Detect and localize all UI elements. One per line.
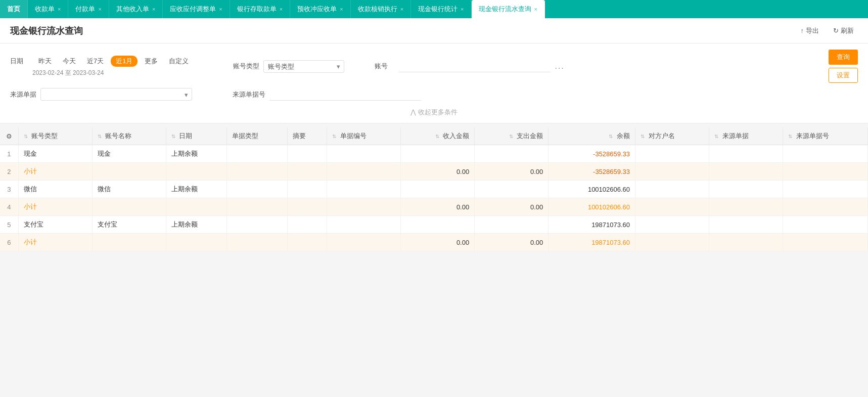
col-income: ⇅ 收入金额 <box>401 127 475 145</box>
income-cell <box>401 216 475 234</box>
expense-cell <box>475 181 549 198</box>
close-icon-receipt[interactable]: × <box>58 6 61 12</box>
date-btn-yesterday[interactable]: 昨天 <box>34 56 56 67</box>
source-doc-cell <box>709 198 783 216</box>
source-doc-cell <box>709 216 783 234</box>
date-btn-today[interactable]: 今天 <box>59 56 80 67</box>
nav-item-receipt[interactable]: 收款单× <box>28 0 68 18</box>
row-num: 3 <box>0 181 18 198</box>
col-account-name: ⇅ 账号名称 <box>92 127 166 145</box>
date-btn-last7[interactable]: 近7天 <box>83 56 108 67</box>
close-icon-cash-flow-query[interactable]: × <box>534 6 537 12</box>
expense-cell: 0.00 <box>475 163 549 181</box>
source-doc-num-input[interactable] <box>269 89 421 101</box>
summary-cell <box>288 234 327 251</box>
gear-icon[interactable]: ⚙ <box>6 133 12 140</box>
col-doc-type: 单据类型 <box>227 127 288 145</box>
counterpart-cell <box>635 198 709 216</box>
sort-icon-counterpart: ⇅ <box>641 134 645 139</box>
query-button[interactable]: 查询 <box>829 50 858 65</box>
nav-item-home[interactable]: 首页 <box>0 0 28 18</box>
table-row: 2小计0.000.00-3528659.33 <box>0 163 868 181</box>
doc-num-cell <box>327 216 400 234</box>
data-table: ⚙ ⇅ 账号类型 ⇅ 账号名称 ⇅ 日期 单据类型 摘要 <box>0 127 868 251</box>
close-icon-prepay-offset[interactable]: × <box>340 6 343 12</box>
table-row: 3微信微信上期余额100102606.60 <box>0 181 868 198</box>
table-row: 4小计0.000.00100102606.60 <box>0 198 868 216</box>
nav-item-prepay-offset[interactable]: 预收冲应收单× <box>290 0 350 18</box>
doc-num-cell <box>327 234 400 251</box>
sort-icon-income: ⇅ <box>435 134 439 139</box>
refresh-button[interactable]: ↻ 刷新 <box>829 24 858 37</box>
settings-button[interactable]: 设置 <box>829 68 858 83</box>
source-doc-num-cell <box>783 145 868 163</box>
balance-cell: 19871073.60 <box>549 234 635 251</box>
doc-num-cell <box>327 163 400 181</box>
account-type-cell: 小计 <box>18 198 92 216</box>
nav-item-cash-flow-query[interactable]: 现金银行流水查询× <box>472 0 545 18</box>
source-doc-cell <box>709 163 783 181</box>
source-doc-select[interactable] <box>40 88 192 101</box>
col-expense: ⇅ 支出金额 <box>475 127 549 145</box>
nav-item-receipt-writeoff[interactable]: 收款核销执行× <box>351 0 411 18</box>
account-type-select[interactable]: 账号类型 <box>263 60 344 73</box>
balance-cell: 100102606.60 <box>549 181 635 198</box>
date-btn-custom[interactable]: 自定义 <box>165 56 193 67</box>
summary-cell <box>288 181 327 198</box>
export-button[interactable]: ↑ 导出 <box>797 24 824 37</box>
source-doc-num-cell <box>783 181 868 198</box>
summary-cell <box>288 145 327 163</box>
nav-item-cash-stats[interactable]: 现金银行统计× <box>411 0 471 18</box>
expense-cell <box>475 216 549 234</box>
close-icon-ar-ap-adjust[interactable]: × <box>219 6 222 12</box>
close-icon-bank-deposit[interactable]: × <box>280 6 283 12</box>
row-num: 1 <box>0 145 18 163</box>
source-doc-num-cell <box>783 198 868 216</box>
close-icon-payment[interactable]: × <box>98 6 101 12</box>
source-doc-num-cell <box>783 163 868 181</box>
close-icon-cash-stats[interactable]: × <box>461 6 464 12</box>
nav-item-other-income[interactable]: 其他收入单× <box>109 0 163 18</box>
expense-cell: 0.00 <box>475 198 549 216</box>
source-doc-cell <box>709 234 783 251</box>
close-icon-receipt-writeoff[interactable]: × <box>400 6 403 12</box>
table-row: 6小计0.000.0019871073.60 <box>0 234 868 251</box>
source-doc-num-cell <box>783 234 868 251</box>
source-doc-cell <box>709 145 783 163</box>
date-range-text: 2023-02-24 至 2023-03-24 <box>32 69 193 77</box>
date-cell <box>166 163 226 181</box>
account-input[interactable] <box>399 60 551 72</box>
collapse-bar[interactable]: ⋀ 收起更多条件 <box>10 106 858 119</box>
doc-type-cell <box>227 145 288 163</box>
date-cell <box>166 234 226 251</box>
date-btn-last1m[interactable]: 近1月 <box>111 56 138 67</box>
source-doc-num-label: 来源单据号 <box>233 90 265 99</box>
nav-item-ar-ap-adjust[interactable]: 应收应付调整单× <box>163 0 230 18</box>
doc-num-cell <box>327 181 400 198</box>
income-cell <box>401 181 475 198</box>
nav-item-bank-deposit[interactable]: 银行存取款单× <box>230 0 290 18</box>
col-counterpart: ⇅ 对方户名 <box>635 127 709 145</box>
income-cell <box>401 145 475 163</box>
date-btn-more[interactable]: 更多 <box>141 56 162 67</box>
account-type-cell: 小计 <box>18 163 92 181</box>
sort-icon-doc-num: ⇅ <box>332 134 336 139</box>
row-num: 5 <box>0 216 18 234</box>
counterpart-cell <box>635 216 709 234</box>
table-header-row: ⚙ ⇅ 账号类型 ⇅ 账号名称 ⇅ 日期 单据类型 摘要 <box>0 127 868 145</box>
account-dots[interactable]: ... <box>555 62 564 71</box>
nav-item-payment[interactable]: 付款单× <box>68 0 109 18</box>
sort-icon-account-name: ⇅ <box>98 134 102 139</box>
doc-num-cell <box>327 145 400 163</box>
account-name-cell <box>92 163 166 181</box>
close-icon-other-income[interactable]: × <box>152 6 155 12</box>
date-cell: 上期余额 <box>166 181 226 198</box>
doc-type-cell <box>227 216 288 234</box>
row-num: 6 <box>0 234 18 251</box>
filter-row-2: 来源单据 来源单据号 <box>10 88 858 101</box>
page-header: 现金银行流水查询 ↑ 导出 ↻ 刷新 <box>0 18 868 43</box>
account-type-cell: 小计 <box>18 234 92 251</box>
account-name-cell: 现金 <box>92 145 166 163</box>
source-doc-filter: 来源单据 <box>10 88 192 101</box>
table-body: 1现金现金上期余额-3528659.332小计0.000.00-3528659.… <box>0 145 868 251</box>
